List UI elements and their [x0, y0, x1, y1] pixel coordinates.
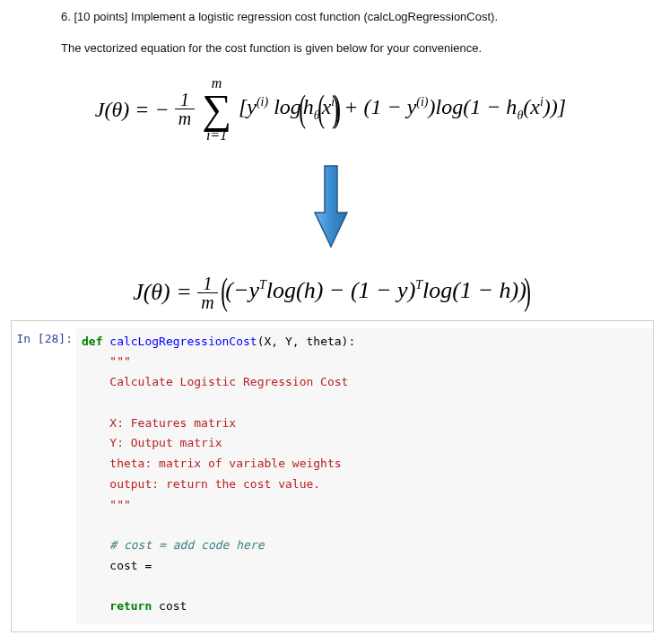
question-description: The vectorized equation for the cost fun…	[61, 41, 625, 55]
formula2-body: ((−yTlog(h) − (1 − y)Tlog(1 − h)))	[223, 277, 528, 308]
sigma-icon: ∑	[202, 91, 231, 127]
docstring-close: """	[109, 498, 130, 511]
formula1-fraction: 1 m	[175, 91, 195, 127]
docstring-open: """	[109, 354, 130, 368]
input-prompt: In [28]:	[12, 328, 76, 345]
docstring-theta: theta: matrix of variable weights	[109, 457, 341, 470]
code-body[interactable]: def calcLogRegressionCost(X, Y, theta): …	[76, 328, 653, 625]
return-value: cost	[152, 599, 187, 613]
formula-2: J(θ) = 1 m ((−yTlog(h) − (1 − y)Tlog(1 −…	[0, 269, 661, 317]
question-title: 6. [10 points] Implement a logistic regr…	[61, 9, 625, 25]
docstring-title: Calculate Logistic Regression Cost	[109, 375, 348, 388]
function-params: (X, Y, theta):	[257, 335, 356, 348]
formula1-frac-top: 1	[175, 91, 195, 109]
formula2-fraction: 1 m	[197, 274, 217, 311]
formula-1: J(θ) = − 1 m m ∑ i=1 [y(i) log(hθ(xi)) +…	[0, 71, 661, 147]
docstring-y: Y: Output matrix	[109, 436, 222, 449]
summation-symbol: m ∑ i=1	[202, 76, 231, 142]
down-arrow-icon	[0, 148, 661, 269]
code-comment: # cost = add code here	[109, 538, 264, 552]
keyword-return: return	[109, 599, 152, 613]
sigma-bot: i=1	[202, 128, 231, 143]
formula1-neg: −	[154, 99, 169, 120]
docstring-x: X: Features matrix	[109, 416, 236, 430]
formula2-frac-top: 1	[197, 274, 217, 293]
keyword-def: def	[82, 335, 102, 348]
docstring-output: output: return the cost value.	[109, 477, 320, 491]
assignment-cost: cost =	[109, 559, 152, 572]
formula1-lhs: J(θ) =	[95, 99, 150, 120]
code-cell: In [28]: def calcLogRegressionCost(X, Y,…	[11, 320, 654, 633]
function-name: calcLogRegressionCost	[109, 335, 257, 348]
formula2-frac-bot: m	[197, 293, 217, 311]
formula1-body: [y(i) log(hθ(xi)) + (1 − y(i))log(1 − hθ…	[239, 94, 566, 125]
formula2-lhs: J(θ) =	[133, 281, 192, 304]
formula1-frac-bot: m	[175, 109, 195, 127]
